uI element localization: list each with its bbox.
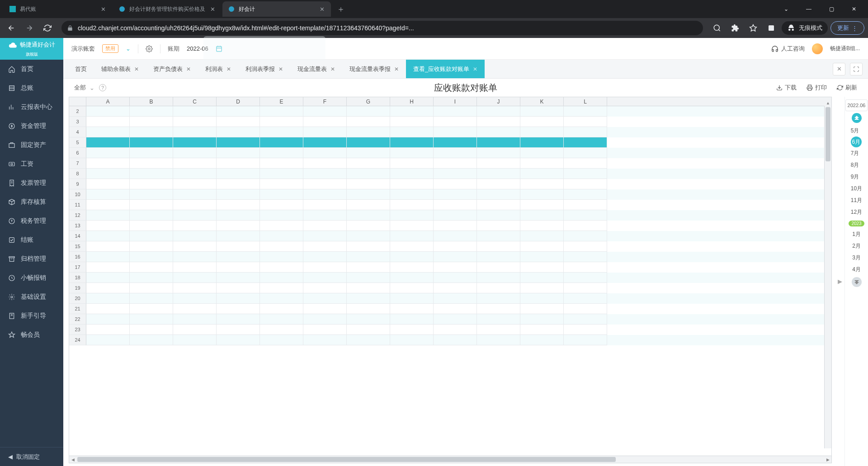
cell[interactable]	[173, 169, 217, 179]
sidebar-item-5[interactable]: 工资	[0, 155, 63, 174]
cell[interactable]	[347, 304, 390, 314]
sidebar-item-6[interactable]: 发票管理	[0, 174, 63, 193]
cell[interactable]	[434, 189, 477, 200]
cell[interactable]	[390, 137, 434, 148]
row-header[interactable]: 9	[69, 179, 86, 189]
corner-cell[interactable]	[69, 97, 86, 106]
cell[interactable]	[130, 179, 173, 189]
cell[interactable]	[130, 106, 173, 117]
cell[interactable]	[130, 148, 173, 158]
minimize-button[interactable]: —	[798, 2, 819, 16]
cell[interactable]	[390, 231, 434, 241]
close-icon[interactable]: ✕	[318, 5, 326, 13]
cell[interactable]	[173, 314, 217, 325]
cell[interactable]	[130, 293, 173, 304]
column-header[interactable]: J	[477, 97, 520, 106]
row-header[interactable]: 12	[69, 210, 86, 221]
sidebar-item-11[interactable]: 小畅报销	[0, 268, 63, 287]
cell[interactable]	[86, 117, 130, 127]
cell[interactable]	[434, 179, 477, 189]
cell[interactable]	[347, 117, 390, 127]
row-header[interactable]: 16	[69, 252, 86, 262]
cell[interactable]	[434, 262, 477, 273]
cell[interactable]	[564, 262, 607, 273]
cell[interactable]	[390, 179, 434, 189]
sidebar-item-10[interactable]: 归档管理	[0, 249, 63, 268]
cell[interactable]	[434, 241, 477, 252]
cell[interactable]	[86, 252, 130, 262]
cell[interactable]	[477, 252, 520, 262]
extensions-icon[interactable]	[727, 20, 743, 36]
year-badge[interactable]: 2023	[849, 221, 864, 226]
back-button[interactable]	[4, 20, 19, 36]
cell[interactable]	[303, 314, 347, 325]
cell[interactable]	[477, 169, 520, 179]
page-tab-0[interactable]: 首页	[68, 60, 94, 78]
cell[interactable]	[520, 189, 564, 200]
cell[interactable]	[564, 169, 607, 179]
cell[interactable]	[217, 221, 260, 231]
cell[interactable]	[173, 148, 217, 158]
row-header[interactable]: 7	[69, 158, 86, 169]
cell[interactable]	[173, 158, 217, 169]
cell[interactable]	[173, 200, 217, 210]
cell[interactable]	[434, 210, 477, 221]
cell[interactable]	[260, 231, 303, 241]
page-tab-4[interactable]: 利润表季报✕	[238, 60, 290, 78]
cell[interactable]	[130, 127, 173, 137]
page-tab-5[interactable]: 现金流量表✕	[290, 60, 342, 78]
cell[interactable]	[564, 314, 607, 325]
cell[interactable]	[347, 210, 390, 221]
close-icon[interactable]: ✕	[330, 66, 335, 72]
cell[interactable]	[434, 304, 477, 314]
close-icon[interactable]: ✕	[99, 5, 107, 13]
cell[interactable]	[260, 169, 303, 179]
cell[interactable]	[217, 137, 260, 148]
cell[interactable]	[130, 117, 173, 127]
row-header[interactable]: 17	[69, 262, 86, 273]
cell[interactable]	[303, 189, 347, 200]
cell[interactable]	[217, 169, 260, 179]
cell[interactable]	[434, 221, 477, 231]
unpin-button[interactable]: ◀ 取消固定	[0, 447, 63, 466]
cell[interactable]	[173, 210, 217, 221]
cell[interactable]	[86, 325, 130, 335]
close-icon[interactable]: ✕	[209, 5, 216, 13]
update-button[interactable]: 更新 ⋮	[830, 21, 864, 35]
cell[interactable]	[86, 293, 130, 304]
sidebar-item-4[interactable]: 固定资产	[0, 136, 63, 155]
cell[interactable]	[173, 221, 217, 231]
cell[interactable]	[564, 335, 607, 345]
cell[interactable]	[347, 158, 390, 169]
cell[interactable]	[86, 221, 130, 231]
cell[interactable]	[130, 262, 173, 273]
cell[interactable]	[564, 283, 607, 293]
cell[interactable]	[303, 293, 347, 304]
cell[interactable]	[217, 325, 260, 335]
print-button[interactable]: 打印	[807, 84, 827, 92]
cell[interactable]	[347, 314, 390, 325]
cell[interactable]	[434, 200, 477, 210]
row-header[interactable]: 3	[69, 117, 86, 127]
cell[interactable]	[173, 252, 217, 262]
cell[interactable]	[303, 148, 347, 158]
scroll-thumb[interactable]	[77, 457, 616, 462]
cell[interactable]	[260, 189, 303, 200]
cell[interactable]	[520, 262, 564, 273]
refresh-button[interactable]: 刷新	[837, 84, 857, 92]
cell[interactable]	[564, 137, 607, 148]
cell[interactable]	[130, 304, 173, 314]
cell[interactable]	[173, 335, 217, 345]
month-rail-up[interactable]	[852, 113, 862, 123]
cell[interactable]	[347, 127, 390, 137]
book-name[interactable]: 演示账套	[71, 45, 95, 53]
cell[interactable]	[390, 158, 434, 169]
row-header[interactable]: 20	[69, 293, 86, 304]
cell[interactable]	[130, 252, 173, 262]
page-tab-2[interactable]: 资产负债表✕	[146, 60, 198, 78]
cell[interactable]	[86, 158, 130, 169]
cell[interactable]	[260, 200, 303, 210]
cell[interactable]	[477, 221, 520, 231]
cell[interactable]	[173, 117, 217, 127]
cell[interactable]	[130, 158, 173, 169]
